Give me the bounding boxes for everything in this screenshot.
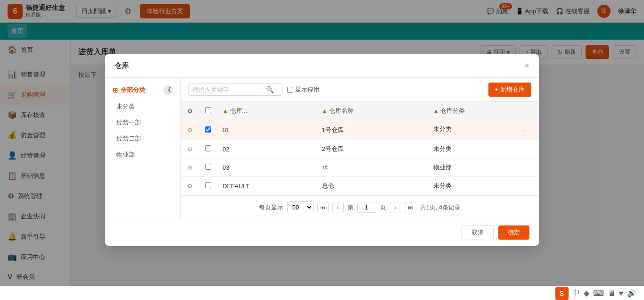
row-category: 未分类 [428, 177, 539, 195]
volume-icon[interactable]: 🔊 [627, 289, 636, 298]
last-page-button[interactable]: ⏭ [405, 202, 416, 213]
category-header-label: 全部分类 [121, 86, 145, 94]
per-page-select[interactable]: 10 20 50 100 [287, 201, 314, 213]
row-checkbox-cell [199, 177, 217, 195]
modal-title: 仓库 [115, 61, 129, 70]
row-checkbox-cell [199, 158, 217, 177]
sort-icon: ▲ [223, 108, 228, 114]
page-number-input[interactable] [357, 202, 376, 213]
row-checkbox-cell [199, 140, 217, 158]
col-settings: ⚙ [181, 102, 199, 120]
bottom-bar: S 中 ◆ ⌨ 🖥 ♥ 🔊 [0, 286, 644, 300]
modal-main: 🔍 显示停用 + 新增仓库 ⚙ ▲ [181, 78, 539, 219]
prev-page-button[interactable]: ‹ [332, 202, 344, 213]
modal-header: 仓库 × [105, 54, 539, 78]
total-records: 共1页, 4条记录 [420, 203, 461, 212]
diamond-icon[interactable]: ◆ [584, 289, 589, 298]
collapse-button[interactable]: 《 [163, 85, 173, 95]
row-name: 水 [316, 158, 428, 177]
sort-icon2: ▲ [322, 108, 328, 114]
per-page-label: 每页显示 [259, 203, 283, 212]
col-warehouse-name: ▲ 仓库名称 [316, 102, 428, 120]
row-checkbox[interactable] [205, 182, 211, 188]
show-disabled-checkbox[interactable] [287, 87, 293, 93]
row-checkbox-cell [199, 120, 217, 140]
modal-pagination: 每页显示 10 20 50 100 ⏮ ‹ 第 页 › ⏭ 共1页, 4条记录 [181, 195, 539, 219]
modal-body: ⊞ 全部分类 《 未分类 经营一部 经营二部 物业部 🔍 显示停用 + [105, 78, 539, 219]
show-disabled-text: 显示停用 [295, 85, 320, 94]
table-row[interactable]: ⚙ 03 水 物业部 [181, 158, 539, 177]
row-checkbox[interactable] [205, 145, 211, 151]
row-checkbox[interactable] [205, 164, 211, 170]
row-code: 02 [217, 140, 316, 158]
row-name: 1号仓库 [316, 120, 428, 140]
warehouse-modal: 仓库 × ⊞ 全部分类 《 未分类 经营一部 经营二部 物业部 🔍 [105, 54, 539, 246]
row-settings-icon: ⚙ [181, 140, 199, 158]
cancel-button[interactable]: 取消 [462, 225, 494, 240]
table-row[interactable]: ⚙ 02 2号仓库 未分类 [181, 140, 539, 158]
monitor-icon[interactable]: 🖥 [608, 289, 615, 298]
table-row[interactable]: ⚙ 01 1号仓库 未分类··· [181, 120, 539, 140]
category-item-dept2[interactable]: 经营二部 [105, 131, 180, 147]
row-settings-icon: ⚙ [181, 158, 199, 177]
col-checkbox [199, 102, 217, 120]
row-category: 未分类 [428, 140, 539, 158]
s-logo: S [555, 287, 569, 300]
row-code: DEFAULT [217, 177, 316, 195]
row-code: 01 [217, 120, 316, 140]
add-warehouse-button[interactable]: + 新增仓库 [488, 83, 531, 97]
first-page-button[interactable]: ⏮ [317, 202, 329, 213]
category-item-property[interactable]: 物业部 [105, 147, 180, 163]
row-name: 总仓 [316, 177, 428, 195]
heart-icon[interactable]: ♥ [619, 289, 624, 298]
table-header-row: ⚙ ▲ 仓库... ▲ 仓库名称 ▲ [181, 102, 539, 120]
show-disabled-label[interactable]: 显示停用 [287, 85, 320, 94]
col-warehouse-category: ▲ 仓库分类 [428, 102, 539, 120]
row-category: 物业部 [428, 158, 539, 177]
page-suffix: 页 [380, 203, 386, 212]
search-input[interactable] [192, 86, 263, 93]
confirm-button[interactable]: 确定 [498, 225, 529, 240]
search-icon: 🔍 [266, 86, 274, 93]
modal-footer: 取消 确定 [105, 219, 539, 246]
modal-toolbar: 🔍 显示停用 + 新增仓库 [181, 78, 539, 102]
table-row[interactable]: ⚙ DEFAULT 总仓 未分类 [181, 177, 539, 195]
category-item-dept1[interactable]: 经营一部 [105, 115, 180, 131]
row-name: 2号仓库 [316, 140, 428, 158]
next-page-button[interactable]: › [390, 202, 401, 213]
modal-close-button[interactable]: × [524, 61, 529, 71]
row-settings-icon: ⚙ [181, 120, 199, 140]
modal-category-header[interactable]: ⊞ 全部分类 《 [105, 82, 180, 99]
page-label: 第 [347, 203, 354, 212]
grid-icon: ⊞ [113, 87, 118, 94]
row-category: 未分类··· [428, 120, 539, 140]
modal-table: ⚙ ▲ 仓库... ▲ 仓库名称 ▲ [181, 102, 539, 195]
row-code: 03 [217, 158, 316, 177]
select-all-checkbox[interactable] [205, 107, 211, 113]
keyboard-icon[interactable]: ⌨ [593, 289, 604, 298]
search-box: 🔍 [188, 83, 282, 96]
col-warehouse-code: ▲ 仓库... [217, 102, 316, 120]
row-checkbox[interactable] [205, 126, 211, 133]
sort-icon3: ▲ [433, 108, 439, 114]
row-settings-icon: ⚙ [181, 177, 199, 195]
chinese-icon[interactable]: 中 [572, 288, 580, 298]
modal-sidebar: ⊞ 全部分类 《 未分类 经营一部 经营二部 物业部 [105, 78, 181, 219]
category-item-uncategorized[interactable]: 未分类 [105, 99, 180, 115]
